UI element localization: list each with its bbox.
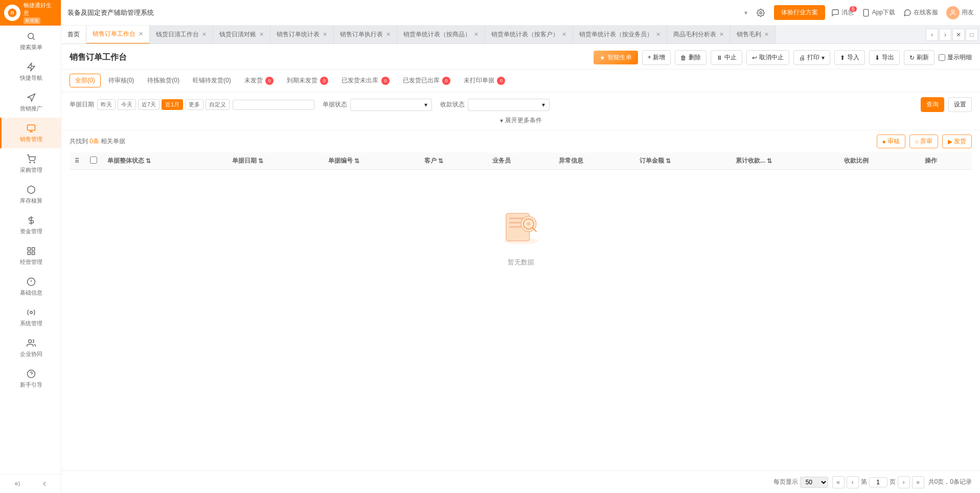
filter-tab-not-printed[interactable]: 未打印单据 0 xyxy=(458,74,511,87)
tab-sales-profit[interactable]: 销售毛利 ✕ xyxy=(731,26,776,44)
date-btn-1month[interactable]: 近1月 xyxy=(162,99,183,110)
date-btn-7days[interactable]: 近7天 xyxy=(138,99,159,110)
sidebar-item-base-info[interactable]: 基础信息 xyxy=(0,271,61,302)
expand-conditions-btn[interactable]: ▾ 展开更多条件 xyxy=(500,116,542,125)
date-btn-more[interactable]: 更多 xyxy=(185,99,203,110)
cancel-pause-btn[interactable]: ↩ 取消中止 xyxy=(746,50,789,65)
page-first-btn[interactable]: « xyxy=(832,476,845,488)
th-checkbox[interactable] xyxy=(85,152,102,170)
tab-sales-summary-product-close[interactable]: ✕ xyxy=(474,31,478,38)
topbar-arrow-icon[interactable]: ▾ xyxy=(744,9,747,16)
collapse-footer-btn[interactable] xyxy=(33,480,57,488)
th-date[interactable]: 单据日期 ⇅ xyxy=(227,152,323,170)
sidebar-item-enterprise[interactable]: 企业协同 xyxy=(0,332,61,363)
tab-home[interactable]: 首页 xyxy=(61,26,86,44)
sidebar-item-sales[interactable]: 销售管理 xyxy=(0,118,61,148)
tab-gross-margin[interactable]: 商品毛利分析表 ✕ xyxy=(667,26,731,44)
tab-gross-margin-close[interactable]: ✕ xyxy=(719,31,724,38)
tab-sales-summary-staff-close[interactable]: ✕ xyxy=(656,31,660,38)
abandon-review-btn[interactable]: ○ 弃审 xyxy=(909,135,938,148)
svg-rect-24 xyxy=(509,222,521,223)
tab-nav-prev[interactable]: ‹ xyxy=(926,29,938,41)
review-action-btn[interactable]: ● 审核 xyxy=(877,135,905,148)
tab-sales-stats-close[interactable]: ✕ xyxy=(323,31,327,38)
print-btn[interactable]: 🖨 打印 ▾ xyxy=(793,50,830,65)
sidebar-item-system[interactable]: 系统管理 xyxy=(0,302,61,332)
date-btn-yesterday[interactable]: 昨天 xyxy=(97,99,116,110)
query-btn[interactable]: 查询 xyxy=(921,97,944,112)
app-download-btn[interactable]: App下载 xyxy=(862,8,895,17)
tab-cash-reconcile-close[interactable]: ✕ xyxy=(259,31,264,38)
date-range-input[interactable]: 2023-02-24 至 2023-03-24 xyxy=(233,100,314,110)
tab-sales-summary-customer-close[interactable]: ✕ xyxy=(562,31,566,38)
refresh-btn[interactable]: ↻ 刷新 xyxy=(904,50,935,65)
filter-tab-overdue[interactable]: 到期未发货 0 xyxy=(281,74,334,87)
delete-btn[interactable]: 🗑 删除 xyxy=(675,50,706,65)
pause-btn[interactable]: ⏸ 中止 xyxy=(711,50,742,65)
tab-sales-summary-customer[interactable]: 销货单统计表（按客户） ✕ xyxy=(485,26,573,44)
sidebar-item-purchase[interactable]: 采购管理 xyxy=(0,148,61,179)
settings-footer-btn[interactable] xyxy=(4,480,29,488)
filter-tab-pending-review[interactable]: 待审核(0) xyxy=(103,74,140,87)
tab-cash-daily[interactable]: 钱货日清工作台 ✕ xyxy=(150,26,213,44)
tab-sales-summary-staff[interactable]: 销货单统计表（按业务员） ✕ xyxy=(573,26,667,44)
ship-action-btn[interactable]: ▶ 发货 xyxy=(942,135,972,148)
tab-sales-workbench-close[interactable]: ✕ xyxy=(139,31,143,37)
select-all-checkbox[interactable] xyxy=(90,156,97,164)
import-btn[interactable]: ⬆ 导入 xyxy=(834,50,865,65)
tab-sales-stats[interactable]: 销售订单统计表 ✕ xyxy=(270,26,334,44)
show-details-checkbox[interactable] xyxy=(939,54,945,61)
smart-generate-btn[interactable]: ★ 智能生单 xyxy=(594,51,638,64)
show-details-checkbox-wrap[interactable]: 显示明细 xyxy=(939,53,972,62)
th-received[interactable]: 累计收款... ⇅ xyxy=(731,152,838,170)
tab-nav-next[interactable]: › xyxy=(939,29,951,41)
solution-btn[interactable]: 体验行业方案 xyxy=(774,5,825,20)
date-btn-today[interactable]: 今天 xyxy=(118,99,136,110)
page-last-btn[interactable]: » xyxy=(912,476,924,488)
tab-nav-maximize[interactable]: □ xyxy=(966,29,978,41)
user-btn[interactable]: 用友 xyxy=(946,6,974,19)
enterprise-icon xyxy=(26,338,37,349)
tab-sales-summary-product[interactable]: 销货单统计表（按商品） ✕ xyxy=(397,26,485,44)
sidebar-item-operations[interactable]: 经营管理 xyxy=(0,240,61,271)
th-status[interactable]: 单据整体状态 ⇅ xyxy=(102,152,227,170)
th-customer[interactable]: 客户 ⇅ xyxy=(419,152,487,170)
tab-cash-reconcile[interactable]: 钱货日清对账 ✕ xyxy=(213,26,270,44)
online-service-btn[interactable]: 在线客服 xyxy=(903,8,938,17)
filter-tab-pending-pickup[interactable]: 待拣验货(0) xyxy=(142,74,185,87)
page-next-btn[interactable]: › xyxy=(898,476,910,488)
sidebar-item-marketing[interactable]: 营销推广 xyxy=(0,87,61,118)
sidebar-item-guide[interactable]: 新手引导 xyxy=(0,363,61,394)
add-btn[interactable]: + 新增 xyxy=(642,50,671,65)
ship-icon: ▶ xyxy=(948,138,952,145)
message-btn[interactable]: 消息 6 xyxy=(831,8,854,17)
sidebar-item-inventory[interactable]: 库存核算 xyxy=(0,179,61,210)
sidebar-item-finance[interactable]: 资金管理 xyxy=(0,210,61,240)
date-btn-custom[interactable]: 自定义 xyxy=(206,99,230,110)
total-records: 共0页，0条记录 xyxy=(928,478,972,486)
payment-select[interactable]: ▾ xyxy=(468,99,550,111)
page-prev-btn[interactable]: ‹ xyxy=(847,476,859,488)
page-size-selector[interactable]: 10 20 50 100 xyxy=(800,477,828,488)
filter-tab-shipped-not-out[interactable]: 已发货未出库 0 xyxy=(336,74,395,87)
tab-nav-close-all[interactable]: ✕ xyxy=(952,29,965,41)
tab-sales-exec[interactable]: 销售订单执行表 ✕ xyxy=(334,26,397,44)
settings-btn[interactable]: 设置 xyxy=(948,97,972,112)
sidebar-item-search[interactable]: 搜索菜单 xyxy=(0,26,61,56)
filter-tab-not-shipped[interactable]: 未发货 0 xyxy=(239,74,279,87)
export-btn[interactable]: ⬇ 导出 xyxy=(869,50,900,65)
topbar-settings-btn[interactable] xyxy=(754,6,768,20)
tab-sales-workbench[interactable]: 销售订单工作台 ✕ xyxy=(86,26,150,44)
tab-cash-daily-close[interactable]: ✕ xyxy=(202,31,207,38)
status-select[interactable]: ▾ xyxy=(350,99,432,111)
tab-sales-exec-close[interactable]: ✕ xyxy=(386,31,391,38)
filter-tab-all[interactable]: 全部(0) xyxy=(70,74,101,87)
page-number-input[interactable]: 1 xyxy=(869,477,887,487)
th-number[interactable]: 单据编号 ⇅ xyxy=(323,152,419,170)
sidebar-item-quick-nav[interactable]: 快捷导航 xyxy=(0,56,61,87)
tab-sales-profit-close[interactable]: ✕ xyxy=(764,31,769,38)
filter-tab-shipped-out[interactable]: 已发货已出库 0 xyxy=(397,74,456,87)
th-amount[interactable]: 订单金额 ⇅ xyxy=(634,152,731,170)
tab-gross-margin-label: 商品毛利分析表 xyxy=(673,30,716,39)
filter-tab-wangpu[interactable]: 旺铺待发货(0) xyxy=(187,74,237,87)
